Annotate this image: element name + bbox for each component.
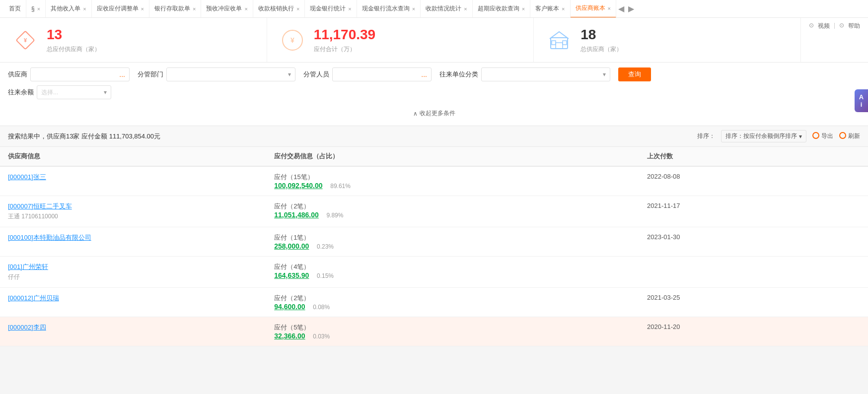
trans-amount[interactable]: 100,092,540.00: [274, 182, 322, 190]
trans-label: 应付（1笔）: [274, 233, 647, 242]
result-actions: 排序： 排序：按应付余额倒序排序 ▾ 导出 刷新: [697, 130, 860, 142]
supplier-cell: [000012]广州贝瑞: [8, 294, 274, 303]
table-body: [000001]张三 应付（15笔） 100,092,540.00 89.61%…: [0, 167, 868, 346]
collapse-label: 收起更多条件: [420, 109, 455, 118]
collapse-button[interactable]: ∧ 收起更多条件: [407, 107, 461, 120]
nav-tab-cash-bank-flow[interactable]: 现金银行流水查询 ×: [357, 0, 421, 18]
stat-total-suppliers: 18 总供应商（家）: [534, 18, 801, 62]
transaction-cell: 应付（5笔） 32,366.00 0.03%: [274, 323, 647, 340]
category-input[interactable]: ▾: [481, 67, 610, 81]
chevron-down-icon-2: ▾: [603, 71, 606, 78]
lastpay-cell: 2022-08-08: [647, 173, 860, 180]
nav-tab-prepayment[interactable]: 预收冲应收单 ×: [201, 0, 253, 18]
nav-tab-overdue-query[interactable]: 超期应收款查询 ×: [473, 0, 530, 18]
trans-amount[interactable]: 32,366.00: [274, 332, 305, 340]
radio-icon: [812, 132, 819, 140]
transaction-cell: 应付（2笔） 94,600.00 0.08%: [274, 294, 647, 311]
diamond-icon: ¥: [12, 27, 39, 54]
trans-label: 应付（2笔）: [274, 294, 647, 303]
trans-percent: 0.23%: [317, 243, 334, 250]
svg-text:¥: ¥: [24, 37, 27, 43]
close-icon[interactable]: ×: [193, 6, 196, 12]
supplier-link[interactable]: [000007]恒旺二手叉车: [8, 202, 72, 210]
stat-label-payable-suppliers: 总应付供应商（家）: [47, 45, 100, 54]
close-icon[interactable]: ×: [412, 6, 415, 12]
supplier-link[interactable]: [000002]李四: [8, 324, 46, 331]
trans-amount[interactable]: 11,051,486.00: [274, 211, 319, 219]
table-row: [001]广州荣轩 仔仔 应付（4笔） 164,635.90 0.15%: [0, 257, 868, 288]
close-icon[interactable]: ×: [141, 6, 144, 12]
col-header-lastpay: 上次付数: [647, 152, 860, 161]
filter-row-1: 供应商 ... 分管部门 ▾ 分管人员 ...: [8, 67, 860, 81]
trans-percent: 0.08%: [313, 304, 330, 311]
dots-icon[interactable]: ...: [119, 70, 125, 78]
stat-total-payable-suppliers: ¥ 13 总应付供应商（家）: [0, 18, 267, 62]
trans-amount[interactable]: 164,635.90: [274, 271, 309, 279]
nav-tab-collection[interactable]: 收款核销执行 ×: [253, 0, 305, 18]
close-icon[interactable]: ×: [37, 6, 40, 12]
refresh-button[interactable]: 刷新: [839, 132, 860, 140]
nav-tab-cash-bank-stats[interactable]: 现金银行统计 ×: [305, 0, 357, 18]
dept-input[interactable]: ▾: [166, 67, 295, 81]
supplier-cell: [000002]李四: [8, 323, 274, 332]
supplier-link[interactable]: [000012]广州贝瑞: [8, 294, 59, 302]
radio-icon-2: [839, 132, 846, 140]
nav-tab-2[interactable]: § ×: [26, 0, 46, 18]
nav-tab-bank-deposit[interactable]: 银行存取款单 ×: [149, 0, 201, 18]
video-link[interactable]: 视频: [818, 22, 830, 30]
trans-amount[interactable]: 94,600.00: [274, 303, 305, 311]
trans-amount[interactable]: 258,000.00: [274, 242, 309, 250]
balance-placeholder: 选择...: [41, 88, 58, 97]
nav-tab-customer-account[interactable]: 客户账本 ×: [530, 0, 570, 18]
close-icon[interactable]: ×: [522, 6, 525, 12]
nav-tab-home[interactable]: 首页: [4, 0, 26, 18]
table-row: [000002]李四 应付（5笔） 32,366.00 0.03% 2020-1…: [0, 317, 868, 346]
filter-dept: 分管部门 ▾: [138, 67, 295, 81]
top-navigation: 首页 § × 其他收入单 × 应收应付调整单 × 银行存取款单 × 预收冲应收单…: [0, 0, 868, 18]
stat-total-payable-amount: ¥ 11,170.39 应付合计（万）: [267, 18, 534, 62]
table-header: 供应商信息 应付交易信息（占比） 上次付数: [0, 147, 868, 167]
supplier-link[interactable]: [001]广州荣轩: [8, 263, 48, 270]
trans-label: 应付（2笔）: [274, 202, 647, 211]
supplier-link[interactable]: [000001]张三: [8, 173, 46, 181]
supplier-cell: [001]广州荣轩 仔仔: [8, 263, 274, 281]
dots-icon-2[interactable]: ...: [421, 70, 427, 78]
trans-label: 应付（5笔）: [274, 323, 647, 332]
lastpay-cell: 2021-11-17: [647, 202, 860, 209]
ai-badge[interactable]: Ai: [855, 89, 868, 112]
help-link[interactable]: 帮助: [848, 22, 860, 30]
nav-tab-supplier-account[interactable]: 供应商账本 ×: [571, 0, 616, 18]
sort-select[interactable]: 排序：按应付余额倒序排序 ▾: [721, 130, 806, 142]
close-icon[interactable]: ×: [562, 6, 565, 12]
result-info-text: 搜索结果中，供应商13家 应付金额 111,703,854.00元: [8, 132, 160, 141]
close-icon[interactable]: ×: [464, 6, 467, 12]
query-button[interactable]: 查询: [618, 67, 651, 81]
dept-label: 分管部门: [138, 70, 163, 79]
close-icon[interactable]: ×: [296, 6, 299, 12]
filter-balance: 往来余额 选择... ▾: [8, 85, 111, 99]
transaction-cell: 应付（4笔） 164,635.90 0.15%: [274, 263, 647, 279]
col-header-supplier: 供应商信息: [8, 152, 274, 161]
nav-next-arrow[interactable]: ▶: [626, 4, 636, 13]
supplier-link[interactable]: [000100]本特勤油品有限公司: [8, 234, 91, 241]
close-icon[interactable]: ×: [83, 6, 86, 12]
filter-category: 往来单位分类 ▾: [439, 67, 610, 81]
person-input[interactable]: ...: [332, 67, 432, 81]
close-icon[interactable]: ×: [244, 6, 247, 12]
nav-tab-collection-stats[interactable]: 收款情况统计 ×: [421, 0, 472, 18]
supplier-input[interactable]: ...: [30, 67, 130, 81]
lastpay-date: 2021-03-25: [647, 294, 680, 301]
export-button[interactable]: 导出: [812, 132, 833, 140]
collapse-row: ∧ 收起更多条件: [0, 103, 868, 126]
nav-prev-arrow[interactable]: ◀: [616, 4, 626, 13]
nav-tab-other-income[interactable]: 其他收入单 ×: [46, 0, 91, 18]
lastpay-cell: 2020-11-20: [647, 323, 860, 330]
circle-icon: ⊙: [809, 22, 814, 29]
trans-label: 应付（4笔）: [274, 263, 647, 271]
close-icon[interactable]: ×: [348, 6, 351, 12]
close-icon[interactable]: ×: [608, 5, 611, 11]
nav-tab-adjustment[interactable]: 应收应付调整单 ×: [92, 0, 149, 18]
balance-select[interactable]: 选择... ▾: [37, 85, 111, 99]
table-row: [000001]张三 应付（15笔） 100,092,540.00 89.61%…: [0, 167, 868, 196]
table-row: [000007]恒旺二手叉车 王通 17106110000 应付（2笔） 11,…: [0, 196, 868, 227]
